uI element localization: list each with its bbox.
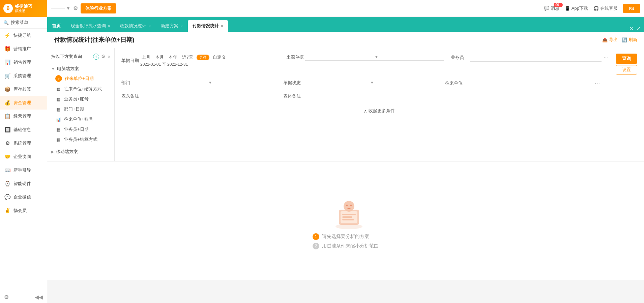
refresh-btn[interactable]: 🔄 刷新 <box>622 37 637 43</box>
sidebar-item-business[interactable]: 📋 经营管理 <box>0 110 47 123</box>
filter-counterpart-label: 往来单位 <box>445 80 464 86</box>
tab-expand-icon[interactable]: ⤢ <box>636 25 641 32</box>
scheme-item-label: 部门+日期 <box>64 106 84 112</box>
filter-dept-field: 部门 ▼ <box>121 79 276 86</box>
trial-btn[interactable]: 体验行业方案 <box>81 3 116 13</box>
tab-receipts[interactable]: 收款情况统计 × <box>115 20 155 32</box>
corp-icon: 🤝 <box>4 153 11 160</box>
filter-source-select[interactable]: ▼ <box>305 54 444 61</box>
scheme-pc-group: ▼ 电脑端方案 ○ 往来单位+日期 ▦ 往来单位+结算方式 ▦ 业务员+账号 <box>47 63 114 146</box>
topbar-msg-btn[interactable]: 💬 消息 99+ <box>544 5 559 11</box>
tip2-num: 2 <box>313 243 319 249</box>
filter-form: 单据日期 上月 本月 本年 近7天 更多 自定义 2022-01-01 至 20… <box>115 48 644 161</box>
settings-btn[interactable]: 设置 <box>616 65 637 74</box>
filter-body-note-input[interactable] <box>302 92 438 100</box>
scheme-item-salesman-date[interactable]: ▦ 业务员+日期 <box>47 124 114 134</box>
sidebar-item-label: 系统管理 <box>13 140 31 146</box>
salesperson-dots-btn[interactable]: ··· <box>604 55 609 61</box>
footer-settings-btn[interactable]: ⚙ <box>4 294 9 300</box>
scheme-item-counterpart-settle[interactable]: ▦ 往来单位+结算方式 <box>47 84 114 94</box>
sidebar-item-hardware[interactable]: ⌚ 智能硬件 <box>0 177 47 190</box>
scheme-mobile-group-header[interactable]: ▶ 移动端方案 <box>47 147 114 156</box>
topbar-settings-icon[interactable]: ⚙ <box>73 5 78 11</box>
sidebar-item-inventory[interactable]: 📦 库存核算 <box>0 83 47 96</box>
sidebar-item-purchase[interactable]: 🛒 采购管理 <box>0 69 47 83</box>
topbar-left: ▼ ⚙ 体验行业方案 <box>51 3 540 13</box>
date-btn-this-month[interactable]: 本月 <box>154 54 165 61</box>
sidebar-item-basic[interactable]: 🔲 基础信息 <box>0 123 47 137</box>
topbar-avatar[interactable]: Rit <box>623 4 640 13</box>
scheme-settings-btn[interactable]: ⚙ <box>101 54 106 60</box>
topbar-service-btn[interactable]: 🎧 在线客服 <box>593 5 618 11</box>
page-title: 付款情况统计(往来单位+日期) <box>54 36 135 44</box>
sidebar-item-quick-nav[interactable]: ⚡ 快捷导航 <box>0 29 47 42</box>
logo-sub: 标准版 <box>15 9 32 13</box>
export-btn[interactable]: 📤 导出 <box>602 37 618 43</box>
tab-payment-stat-close[interactable]: × <box>221 24 223 28</box>
collapse-more-btn[interactable]: ∧ 收起更多条件 <box>121 105 637 117</box>
filter-dept-select[interactable]: ▼ <box>140 79 276 86</box>
filter-row-3: 表头备注 表体备注 <box>121 92 637 100</box>
tab-cash-flow[interactable]: 现金银行流水查询 × <box>66 20 115 32</box>
topbar-app-btn[interactable]: 📱 App下载 <box>565 5 588 11</box>
filter-salesperson-input[interactable] <box>470 54 601 62</box>
sidebar-item-marketing[interactable]: 🎁 营销推广 <box>0 42 47 56</box>
scheme-pc-group-header[interactable]: ▼ 电脑端方案 <box>47 64 114 73</box>
refresh-icon: 🔄 <box>622 37 627 42</box>
scheme-header-icons: + ⚙ « <box>93 54 110 60</box>
counterpart-dots-btn[interactable]: ··· <box>595 80 600 86</box>
scheme-item-counterpart-account[interactable]: 📊 往来单位+账号 <box>47 114 114 124</box>
sidebar-search[interactable]: 🔍 搜索菜单 <box>0 17 47 29</box>
empty-tips: 1 请先选择要分析的方案 2 用过滤条件来缩小分析范围 <box>313 233 379 249</box>
tab-close-all-icon[interactable]: ✕ <box>629 25 634 32</box>
scheme-collapse-btn[interactable]: « <box>108 54 110 60</box>
scheme-add-btn[interactable]: + <box>93 54 99 60</box>
tip1-num: 1 <box>313 233 319 240</box>
date-btn-last-month[interactable]: 上月 <box>140 54 152 61</box>
tab-home-label: 首页 <box>52 23 61 29</box>
wechat-icon: 💬 <box>4 194 11 201</box>
date-btn-more[interactable]: 更多 <box>197 55 209 60</box>
tab-new-scheme[interactable]: 新建方案 × <box>156 20 187 32</box>
filter-header-note-input[interactable] <box>140 92 276 100</box>
tab-home[interactable]: 首页 <box>47 20 65 32</box>
sidebar-item-corp[interactable]: 🤝 企业协同 <box>0 150 47 163</box>
date-btn-7days[interactable]: 近7天 <box>181 54 195 61</box>
tab-cash-flow-label: 现金银行流水查询 <box>71 23 106 29</box>
sidebar-item-guide[interactable]: 📖 新手引导 <box>0 163 47 177</box>
scheme-item-counterpart-date[interactable]: ○ 往来单位+日期 <box>47 73 114 84</box>
scheme-header: 按以下方案查询 + ⚙ « <box>47 52 114 63</box>
tab-payment-stat-label: 付款情况统计 <box>193 23 219 29</box>
scheme-item-salesman-settle[interactable]: ▦ 业务员+结算方式 <box>47 134 114 145</box>
page-actions: 📤 导出 🔄 刷新 <box>602 37 637 43</box>
collapse-label: 收起更多条件 <box>369 108 395 114</box>
sidebar-item-system[interactable]: ⚙ 系统管理 <box>0 137 47 150</box>
sidebar-item-wechat[interactable]: 💬 企业微信 <box>0 190 47 204</box>
voucher-status-dropdown-arrow: ▼ <box>370 81 436 85</box>
svg-rect-3 <box>342 214 356 215</box>
sidebar-item-capital[interactable]: 💰 资金管理 <box>0 96 47 110</box>
scheme-grid-icon3: ▦ <box>55 106 61 112</box>
scheme-item-dept-date[interactable]: ▦ 部门+日期 <box>47 104 114 114</box>
footer-collapse-btn[interactable]: ◀◀ <box>35 294 43 300</box>
quick-nav-icon: ⚡ <box>4 32 11 39</box>
sidebar-item-sales[interactable]: 📊 销售管理 <box>0 56 47 69</box>
tab-receipts-close[interactable]: × <box>148 24 150 28</box>
tab-new-scheme-close[interactable]: × <box>180 24 182 28</box>
sidebar-item-label: 新手引导 <box>13 167 31 173</box>
filter-panel: 按以下方案查询 + ⚙ « ▼ 电脑端方案 ○ 往来单位+日期 <box>47 48 644 161</box>
tab-payment-stat[interactable]: 付款情况统计 × <box>188 20 228 32</box>
sidebar-item-member[interactable]: ✌ 畅会员 <box>0 204 47 217</box>
filter-counterpart-input[interactable] <box>464 79 593 87</box>
scheme-mobile-group: ▶ 移动端方案 <box>47 146 114 157</box>
company-dropdown-icon[interactable]: ▼ <box>66 6 70 11</box>
query-btn[interactable]: 查询 <box>616 54 637 64</box>
date-btn-custom[interactable]: 自定义 <box>211 54 227 61</box>
scheme-item-salesman-account[interactable]: ▦ 业务员+账号 <box>47 94 114 104</box>
filter-voucher-status-select[interactable]: ▼ <box>302 79 438 86</box>
date-btn-this-year[interactable]: 本年 <box>167 54 179 61</box>
sidebar-nav: ⚡ 快捷导航 🎁 营销推广 📊 销售管理 🛒 采购管理 📦 库存核算 💰 资金管… <box>0 29 47 291</box>
tab-cash-flow-close[interactable]: × <box>108 24 110 28</box>
app-icon: 📱 <box>565 6 570 11</box>
scheme-sidebar: 按以下方案查询 + ⚙ « ▼ 电脑端方案 ○ 往来单位+日期 <box>47 48 115 161</box>
